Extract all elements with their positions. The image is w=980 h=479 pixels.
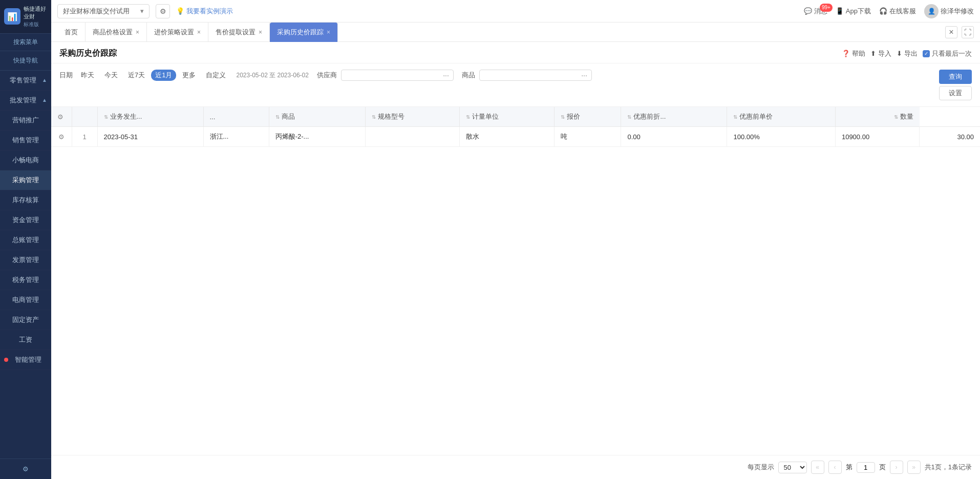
filter-actions: 查询 设置 <box>939 70 972 100</box>
date-option-today[interactable]: 今天 <box>100 70 122 81</box>
col-gear[interactable]: ⚙ <box>51 107 72 127</box>
supplier-dots-btn[interactable]: ··· <box>443 71 449 79</box>
topbar-app-download-btn[interactable]: 📱 App下载 <box>836 7 871 16</box>
first-page-btn[interactable]: « <box>811 461 824 474</box>
sidebar-item-wholesale[interactable]: 批发管理 ▲ <box>0 91 51 111</box>
spec-sort-icon[interactable]: ⇅ <box>372 114 376 120</box>
tab-price[interactable]: 商品价格设置 × <box>86 23 147 42</box>
settings-btn[interactable]: 设置 <box>939 86 972 100</box>
goods-input[interactable] <box>484 72 581 79</box>
sidebar-item-sales[interactable]: 销售管理 <box>0 130 51 150</box>
topbar-demo-btn[interactable]: 💡 我要看实例演示 <box>176 7 233 16</box>
sidebar-item-finance[interactable]: 资金管理 <box>0 210 51 230</box>
discount-sort-icon[interactable]: ⇅ <box>627 114 631 120</box>
sidebar-quick-nav-item[interactable]: 快捷导航 <box>0 53 51 68</box>
tab-strategy-close[interactable]: × <box>197 29 201 36</box>
tab-price-close[interactable]: × <box>136 29 139 36</box>
page-total: 共1页，1条记录 <box>925 463 972 472</box>
tab-home[interactable]: 首页 <box>57 23 86 42</box>
import-icon: ⬆ <box>870 50 876 57</box>
date-option-custom[interactable]: 自定义 <box>202 70 230 81</box>
supplier-filter-group: 供应商 ··· <box>317 70 454 81</box>
tabbar-close-all-btn[interactable]: × <box>945 26 957 38</box>
query-btn[interactable]: 查询 <box>939 70 972 84</box>
qty-sort-icon[interactable]: ⇅ <box>894 114 898 120</box>
row-supplier-cell: 浙江... <box>203 127 269 147</box>
sidebar-item-ec-mgmt[interactable]: 电商管理 <box>0 290 51 310</box>
col-discount[interactable]: ⇅ 优惠前折... <box>621 107 727 127</box>
supplier-input[interactable] <box>346 72 443 79</box>
sidebar-item-inventory[interactable]: 库存核算 <box>0 190 51 210</box>
row-pre-price-cell: 10900.00 <box>835 127 919 147</box>
export-icon: ⬇ <box>897 50 902 57</box>
row-date-cell: 2023-05-31 <box>97 127 203 147</box>
goods-sort-icon[interactable]: ⇅ <box>275 114 280 120</box>
app-logo-icon: 📊 <box>4 8 20 25</box>
import-btn[interactable]: ⬆ 导入 <box>870 49 891 58</box>
export-btn[interactable]: ⬇ 导出 <box>897 49 918 58</box>
unit-sort-icon[interactable]: ⇅ <box>466 114 470 120</box>
col-price[interactable]: ⇅ 报价 <box>554 107 621 127</box>
col-pre-price[interactable]: ⇅ 优惠前单价 <box>727 107 835 127</box>
demo-icon: 💡 <box>176 7 184 15</box>
tab-history[interactable]: 采购历史价跟踪 × <box>270 23 338 42</box>
sort-asc-icon[interactable]: ⇅ <box>104 114 108 120</box>
sidebar: 📊 畅捷通好业财 标准版 搜索菜单 快捷导航 零售管理 ▲ 批发管理 ▲ 营销推… <box>0 0 51 479</box>
user-avatar: 👤 <box>924 4 939 18</box>
sidebar-item-marketing[interactable]: 营销推广 <box>0 111 51 130</box>
sidebar-item-fixed-assets[interactable]: 固定资产 <box>0 310 51 330</box>
per-page-select[interactable]: 50 100 200 <box>778 462 807 473</box>
page-input[interactable] <box>857 462 875 473</box>
sidebar-item-payroll[interactable]: 工资 <box>0 330 51 350</box>
sidebar-item-ecommerce[interactable]: 小畅电商 <box>0 150 51 170</box>
prev-page-btn[interactable]: ‹ <box>828 461 842 474</box>
topbar-online-service-btn[interactable]: 🎧 在线客服 <box>879 7 916 16</box>
row-gear-cell[interactable]: ⚙ <box>51 127 72 147</box>
sidebar-settings[interactable]: ⚙ <box>0 459 51 479</box>
date-filter-group: 日期 昨天 今天 近7天 近1月 更多 自定义 2023-05-02 至 202… <box>59 70 309 81</box>
date-option-yesterday[interactable]: 昨天 <box>77 70 98 81</box>
topbar-settings-btn[interactable]: ⚙ <box>156 4 170 18</box>
col-spec[interactable]: ⇅ 规格型号 <box>365 107 460 127</box>
next-page-btn[interactable]: › <box>890 461 903 474</box>
page-header: 采购历史价跟踪 ❓ 帮助 ⬆ 导入 ⬇ 导出 ✓ 只看最后一次 <box>51 42 980 63</box>
sidebar-item-purchase[interactable]: 采购管理 <box>0 170 51 190</box>
last-page-btn[interactable]: » <box>907 461 921 474</box>
date-option-more[interactable]: 更多 <box>178 70 200 81</box>
topbar-message-btn[interactable]: 💬 消息 99+ <box>804 7 827 16</box>
sidebar-item-tax[interactable]: 税务管理 <box>0 270 51 290</box>
data-table: ⚙ ⇅ 业务发生... ... <box>51 107 980 147</box>
date-option-last7[interactable]: 近7天 <box>124 70 149 81</box>
sidebar-item-smart-mgmt[interactable]: 智能管理 <box>0 350 51 370</box>
price-sort-icon[interactable]: ⇅ <box>561 114 565 120</box>
sidebar-item-invoice[interactable]: 发票管理 <box>0 250 51 270</box>
col-goods[interactable]: ⇅ 商品 <box>269 107 365 127</box>
supplier-filter-label: 供应商 <box>317 71 337 80</box>
topbar: 好业财标准版交付试用 ▾ ⚙ 💡 我要看实例演示 💬 消息 99+ 📱 App下… <box>51 0 980 23</box>
goods-dots-btn[interactable]: ··· <box>581 71 587 79</box>
date-option-last1m[interactable]: 近1月 <box>151 70 176 81</box>
topbar-version-dropdown[interactable]: 好业财标准版交付试用 ▾ <box>57 4 150 18</box>
col-unit[interactable]: ⇅ 计量单位 <box>460 107 555 127</box>
tabbar-expand-btn[interactable]: ⛶ <box>962 26 974 38</box>
app-download-icon: 📱 <box>836 7 844 15</box>
help-btn[interactable]: ❓ 帮助 <box>842 49 865 58</box>
tab-history-close[interactable]: × <box>327 29 330 36</box>
date-filter-label: 日期 <box>59 71 73 80</box>
col-date[interactable]: ⇅ 业务发生... <box>97 107 203 127</box>
row-qty-cell: 30.00 <box>920 127 980 147</box>
topbar-user-btn[interactable]: 👤 徐泽华修改 <box>924 4 974 18</box>
settings-column-icon: ⚙ <box>57 113 63 121</box>
sidebar-search[interactable]: 搜索菜单 <box>0 34 51 51</box>
sidebar-item-retail[interactable]: 零售管理 ▲ <box>0 71 51 91</box>
col-qty[interactable]: ⇅ 数量 <box>835 107 919 127</box>
tab-extract-close[interactable]: × <box>259 29 262 36</box>
pre-price-sort-icon[interactable]: ⇅ <box>733 114 737 120</box>
page-title: 采购历史价跟踪 <box>59 48 117 59</box>
tab-strategy[interactable]: 进价策略设置 × <box>147 23 208 42</box>
tab-extract[interactable]: 售价提取设置 × <box>208 23 270 42</box>
only-last-checkbox[interactable]: ✓ 只看最后一次 <box>923 49 972 58</box>
table-header-row: ⚙ ⇅ 业务发生... ... <box>51 107 980 127</box>
sidebar-item-ledger[interactable]: 总账管理 <box>0 230 51 250</box>
col-dots[interactable]: ... <box>203 107 269 127</box>
